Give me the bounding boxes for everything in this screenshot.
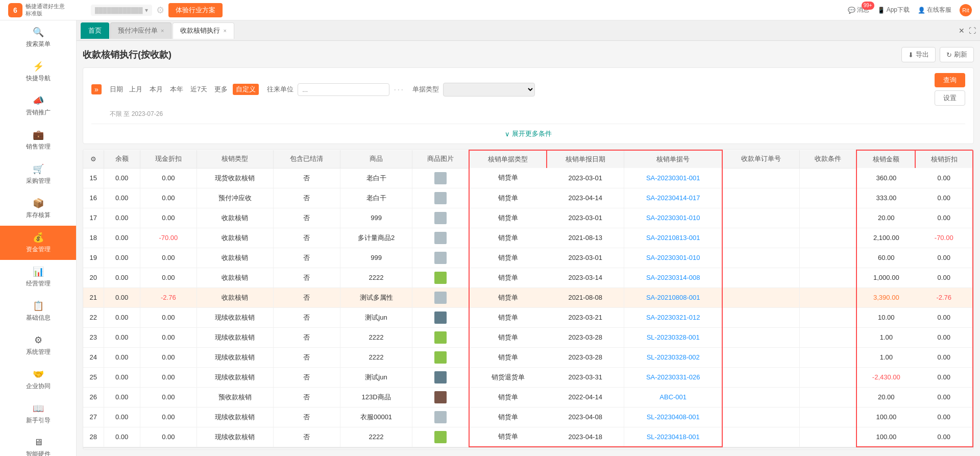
table-row: 27 0.00 0.00 现续收款核销 否 衣服00001 销货单 2023-0…	[83, 407, 973, 427]
cell-verify-amount: 100.00	[856, 407, 915, 427]
company-filter-dots: ···	[394, 84, 404, 95]
page-header: 收款核销执行(按收款) ⬇ 导出 ↻ 刷新	[83, 47, 974, 62]
cell-goods: 2222	[340, 268, 412, 287]
sidebar-item-sales[interactable]: 💼 销售管理	[0, 123, 76, 157]
header-actions: ⬇ 导出 ↻ 刷新	[901, 47, 974, 62]
user-avatar[interactable]: Rit	[960, 4, 972, 16]
tab-receipt-close[interactable]: ×	[223, 28, 226, 34]
cell-verify-discount: 0.00	[915, 427, 973, 447]
this-year-btn[interactable]: 本年	[168, 84, 185, 95]
cell-verify-discount: 0.00	[915, 208, 973, 228]
cell-include-settled: 否	[274, 228, 340, 248]
last-month-btn[interactable]: 上月	[127, 84, 144, 95]
sidebar-item-quicknav[interactable]: ⚡ 快捷导航	[0, 55, 76, 89]
cell-verify-amount: 100.00	[856, 427, 915, 447]
cell-verify-type: 现续收款核销	[197, 347, 273, 367]
tab-prepay[interactable]: 预付冲应付单 ×	[110, 22, 172, 39]
sidebar-item-management[interactable]: 📊 经营管理	[0, 260, 76, 294]
sidebar-item-guide[interactable]: 📖 新手引导	[0, 397, 76, 431]
cell-receipt-order-no	[722, 188, 799, 208]
tab-home[interactable]: 首页	[81, 22, 109, 39]
tab-close-icon[interactable]: ✕	[959, 27, 965, 35]
settings-gear-icon[interactable]: ⚙	[156, 5, 164, 16]
cell-verify-bill-no: SL-20230408-001	[624, 407, 722, 427]
tab-receipt-verify[interactable]: 收款核销执行 ×	[173, 22, 234, 39]
sidebar-item-system[interactable]: ⚙ 系统管理	[0, 328, 76, 363]
col-verify-bill-date: 核销单报日期	[547, 150, 624, 168]
sidebar-item-label: 库存核算	[26, 211, 51, 220]
more-date-btn[interactable]: 更多	[212, 84, 230, 95]
col-balance: 余额	[104, 150, 140, 168]
cell-include-settled: 否	[274, 367, 340, 387]
cell-balance: 0.00	[104, 367, 140, 387]
cell-verify-type: 现续收款核销	[197, 327, 273, 347]
col-verify-discount: 核销折扣	[915, 150, 973, 168]
tab-home-label: 首页	[88, 26, 102, 35]
col-settings[interactable]: ⚙	[83, 150, 104, 168]
tab-prepay-close[interactable]: ×	[161, 28, 164, 34]
sidebar-item-marketing[interactable]: 📣 营销推广	[0, 89, 76, 123]
cell-goods: 测试多属性	[340, 287, 412, 307]
company-filter-input[interactable]	[298, 83, 389, 96]
custom-date-btn[interactable]: 自定义	[233, 84, 259, 95]
cell-balance: 0.00	[104, 287, 140, 307]
table-header-row: ⚙ 余额 现金折扣 核销类型 包含已结清 商品 商品图片 核销单据类型 核销单报…	[83, 150, 973, 168]
cell-goods: 2222	[340, 327, 412, 347]
cell-verify-bill-no: SA-20210808-001	[624, 287, 722, 307]
receipt-type-select[interactable]	[443, 83, 535, 97]
filter-expand-btn[interactable]: »	[91, 84, 102, 94]
app-download-link[interactable]: 📱 App下载	[877, 6, 910, 14]
export-button[interactable]: ⬇ 导出	[901, 47, 936, 62]
sidebar-item-purchase[interactable]: 🛒 采购管理	[0, 157, 76, 191]
cell-verify-bill-type: 销货单	[469, 228, 547, 248]
sidebar-item-enterprise[interactable]: 🤝 企业协同	[0, 363, 76, 397]
sidebar-item-basic[interactable]: 📋 基础信息	[0, 294, 76, 328]
content-area: 首页 预付冲应付单 × 收款核销执行 × ✕ ⛶ 收款核销执行(按收款)	[77, 20, 980, 456]
date-filter-label: 日期	[110, 85, 123, 94]
notification-bell[interactable]: 💬 消息 99+	[848, 6, 869, 14]
cell-goods-image	[412, 168, 470, 188]
cell-verify-type: 现续收款核销	[197, 407, 273, 427]
cell-receipt-condition	[800, 407, 857, 427]
cell-balance: 0.00	[104, 208, 140, 228]
cell-id: 22	[83, 307, 104, 327]
cell-goods-image	[412, 327, 470, 347]
trial-button[interactable]: 体验行业方案	[168, 3, 223, 17]
this-month-btn[interactable]: 本月	[148, 84, 165, 95]
cell-goods-image	[412, 248, 470, 268]
cell-goods: 999	[340, 248, 412, 268]
sidebar-item-finance[interactable]: 💰 资金管理	[0, 226, 76, 260]
sidebar-item-search[interactable]: 🔍 搜索菜单	[0, 20, 76, 55]
company-selector[interactable]: ████████████ ▾	[91, 5, 152, 16]
search-button[interactable]: 查询	[935, 73, 965, 87]
expand-more-btn[interactable]: ∨ 展开更多条件	[505, 129, 552, 138]
cell-goods: 123D商品	[340, 387, 412, 407]
sidebar-item-inventory[interactable]: 📦 库存核算	[0, 191, 76, 226]
tab-expand-icon[interactable]: ⛶	[969, 27, 976, 35]
cell-balance: 0.00	[104, 387, 140, 407]
top-bar-center: ████████████ ▾ ⚙ 体验行业方案	[91, 3, 842, 17]
setting-button[interactable]: 设置	[935, 90, 965, 106]
online-support-link[interactable]: 👤 在线客服	[918, 6, 951, 14]
table-body: 15 0.00 0.00 现货收款核销 否 老白干 销货单 2023-03-01…	[83, 168, 973, 447]
cell-verify-amount: 2,100.00	[856, 228, 915, 248]
cell-verify-discount: 0.00	[915, 347, 973, 367]
search-icon: 🔍	[33, 27, 44, 38]
last-7days-btn[interactable]: 近7天	[188, 84, 209, 95]
cell-verify-bill-type: 销货单	[469, 268, 547, 287]
cell-include-settled: 否	[274, 208, 340, 228]
enterprise-icon: 🤝	[33, 369, 44, 380]
cell-verify-bill-date: 2023-03-28	[547, 347, 624, 367]
guide-icon: 📖	[33, 403, 44, 414]
cell-verify-bill-date: 2021-08-08	[547, 287, 624, 307]
refresh-button[interactable]: ↻ 刷新	[940, 47, 974, 62]
cell-id: 21	[83, 287, 104, 307]
sidebar-item-hardware[interactable]: 🖥 智能硬件	[0, 431, 76, 456]
cell-goods: 衣服00001	[340, 407, 412, 427]
purchase-icon: 🛒	[33, 163, 44, 175]
page-title: 收款核销执行(按收款)	[83, 49, 172, 61]
table-footer: 40,556,66... 952.24	[83, 447, 973, 450]
cell-verify-bill-type: 销货单	[469, 287, 547, 307]
cell-receipt-order-no	[722, 228, 799, 248]
cell-receipt-condition	[800, 287, 857, 307]
